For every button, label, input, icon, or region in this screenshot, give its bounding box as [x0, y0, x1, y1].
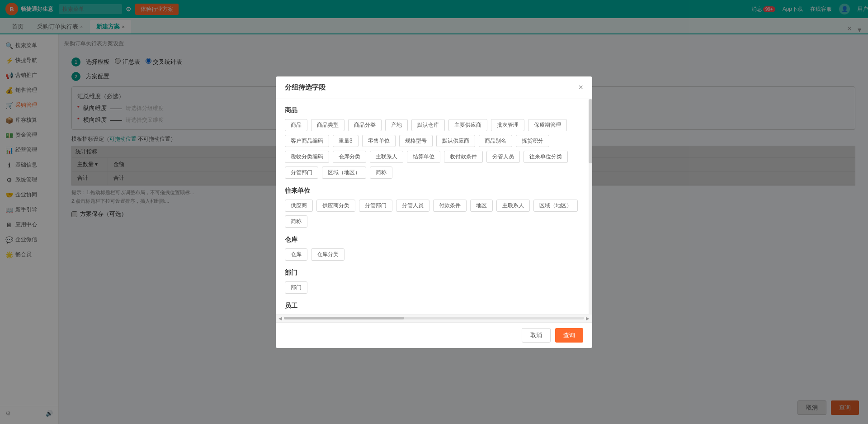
- field-group-partner-title: 往来单位: [285, 187, 583, 195]
- modal-confirm-btn[interactable]: 查询: [555, 328, 583, 343]
- field-tag-partner-3[interactable]: 分管部门: [359, 200, 392, 212]
- modal-h-scrollbar[interactable]: ◀ ▶: [276, 314, 592, 322]
- field-group-goods-title: 商品: [285, 106, 583, 114]
- field-tags-warehouse: 仓库 仓库分类: [285, 248, 583, 261]
- field-tag-goods-17[interactable]: 仓库分类: [333, 151, 366, 163]
- h-scroll-left[interactable]: ◀: [278, 316, 282, 321]
- field-tag-goods-4[interactable]: 产地: [385, 119, 408, 131]
- field-tag-goods-18[interactable]: 主联系人: [370, 151, 403, 163]
- field-tag-warehouse-1[interactable]: 仓库: [285, 248, 307, 261]
- field-tag-goods-22[interactable]: 往来单位分类: [524, 151, 568, 163]
- field-group-staff: 员工 业务员: [285, 302, 583, 314]
- field-tag-goods-8[interactable]: 保质期管理: [528, 119, 567, 131]
- v-scrollbar-thumb: [589, 99, 592, 164]
- modal-cancel-btn[interactable]: 取消: [522, 328, 551, 343]
- field-tag-partner-7[interactable]: 主联系人: [496, 200, 530, 212]
- field-group-warehouse-title: 仓库: [285, 236, 583, 244]
- field-tags-partner: 供应商 供应商分类 分管部门 分管人员 付款条件 地区 主联系人 区域（地区） …: [285, 200, 583, 228]
- field-group-partner: 往来单位 供应商 供应商分类 分管部门 分管人员 付款条件 地区 主联系人 区域…: [285, 187, 583, 228]
- modal-title: 分组待选字段: [285, 83, 326, 92]
- field-tag-goods-12[interactable]: 规格型号: [399, 135, 433, 147]
- field-tags-goods: 商品 商品类型 商品分类 产地 默认仓库 主要供应商 批次管理 保质期管理 客户…: [285, 119, 583, 179]
- modal-overlay: 分组待选字段 × 商品 商品 商品类型 商品分类 产地 默认仓库 主要供应商 批…: [0, 0, 868, 424]
- field-tag-goods-7[interactable]: 批次管理: [491, 119, 524, 131]
- h-scrollbar-track: [284, 317, 584, 319]
- field-tag-goods-15[interactable]: 拣货积分: [516, 135, 549, 147]
- field-tag-partner-9[interactable]: 简称: [285, 215, 307, 228]
- field-tag-goods-19[interactable]: 结算单位: [407, 151, 440, 163]
- field-tag-partner-8[interactable]: 区域（地区）: [533, 200, 578, 212]
- field-group-warehouse: 仓库 仓库 仓库分类: [285, 236, 583, 261]
- modal-body: 商品 商品 商品类型 商品分类 产地 默认仓库 主要供应商 批次管理 保质期管理…: [276, 99, 592, 314]
- field-tag-goods-11[interactable]: 零售单位: [362, 135, 396, 147]
- field-tag-goods-6[interactable]: 主要供应商: [448, 119, 487, 131]
- field-tag-goods-14[interactable]: 商品别名: [479, 135, 512, 147]
- field-tag-goods-25[interactable]: 简称: [370, 167, 392, 179]
- field-tag-goods-3[interactable]: 商品分类: [348, 119, 382, 131]
- field-tag-dept-1[interactable]: 部门: [285, 281, 307, 294]
- field-group-dept: 部门 部门: [285, 269, 583, 294]
- field-tag-goods-16[interactable]: 税收分类编码: [285, 151, 329, 163]
- field-tag-goods-5[interactable]: 默认仓库: [411, 119, 445, 131]
- field-group-dept-title: 部门: [285, 269, 583, 277]
- modal-v-scrollbar[interactable]: [589, 99, 592, 314]
- field-tag-goods-24[interactable]: 区域（地区）: [322, 167, 366, 179]
- app-container: B 畅捷通好生意 ⚙ 体验行业方案 消息99+ App下载 在线客服 👤 用户 …: [0, 0, 868, 424]
- modal-header: 分组待选字段 ×: [276, 76, 592, 99]
- field-tag-partner-6[interactable]: 地区: [470, 200, 493, 212]
- field-tag-goods-23[interactable]: 分管部门: [285, 167, 318, 179]
- field-tag-goods-21[interactable]: 分管人员: [486, 151, 520, 163]
- field-tag-partner-1[interactable]: 供应商: [285, 200, 313, 212]
- field-tag-goods-20[interactable]: 收付款条件: [444, 151, 483, 163]
- field-tag-goods-1[interactable]: 商品: [285, 119, 307, 131]
- field-tag-goods-2[interactable]: 商品类型: [311, 119, 344, 131]
- h-scrollbar-thumb: [284, 317, 404, 319]
- modal-dialog: 分组待选字段 × 商品 商品 商品类型 商品分类 产地 默认仓库 主要供应商 批…: [276, 76, 592, 348]
- field-tag-goods-10[interactable]: 重量3: [333, 135, 359, 147]
- field-tag-partner-4[interactable]: 分管人员: [396, 200, 429, 212]
- field-tag-goods-9[interactable]: 客户商品编码: [285, 135, 329, 147]
- field-tag-goods-13[interactable]: 默认供应商: [436, 135, 475, 147]
- h-scroll-right[interactable]: ▶: [586, 316, 590, 321]
- field-group-staff-title: 员工: [285, 302, 583, 310]
- field-tag-partner-5[interactable]: 付款条件: [433, 200, 467, 212]
- modal-close-btn[interactable]: ×: [578, 83, 583, 92]
- field-tag-warehouse-2[interactable]: 仓库分类: [311, 248, 344, 261]
- field-tag-partner-2[interactable]: 供应商分类: [316, 200, 355, 212]
- field-tags-dept: 部门: [285, 281, 583, 294]
- modal-footer: 取消 查询: [276, 322, 592, 348]
- field-group-goods: 商品 商品 商品类型 商品分类 产地 默认仓库 主要供应商 批次管理 保质期管理…: [285, 106, 583, 179]
